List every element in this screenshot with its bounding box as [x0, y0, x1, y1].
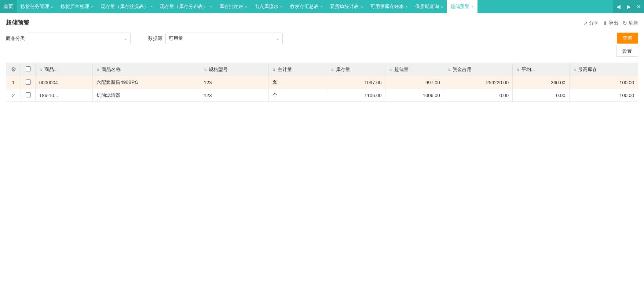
avg-cell: 260.00: [513, 76, 570, 89]
row-checkbox[interactable]: [26, 92, 31, 97]
col-spec[interactable]: ⇅ 规格型号: [200, 63, 268, 76]
nav-item-shoudafahuizongbiao[interactable]: 收发存汇总表 ×: [286, 0, 326, 13]
col-product-name[interactable]: ⇅ 商品名称: [93, 63, 200, 76]
page-content: 超储预警 ↗ 分享 ⬆ 导出 ↻ 刷新 商品分类 ⌄: [0, 13, 644, 293]
query-button[interactable]: 查询: [617, 33, 638, 44]
nav-item-chaochuyujing[interactable]: 超储预警 ×: [447, 0, 477, 13]
row-checkbox-cell: [21, 89, 36, 102]
col-avg[interactable]: ⇅ 平均...: [513, 63, 570, 76]
col-capital[interactable]: ⇅ 资金占用: [444, 63, 512, 76]
col-max-stock[interactable]: ⇅ 最高库存: [569, 63, 638, 76]
table-row: 2 186-10... 机油滤清器 123 个 1106.00 1006.00 …: [6, 89, 638, 102]
nav-close-icon[interactable]: ×: [441, 4, 443, 9]
nav-prev-button[interactable]: ◀: [613, 0, 623, 13]
filter-area: 商品分类 ⌄ 数据源 可用量 ⌄ 查询 设置: [6, 33, 638, 57]
sort-icon: ⇅: [96, 68, 99, 72]
filter-row: 商品分类 ⌄ 数据源 可用量 ⌄: [6, 33, 610, 44]
nav-next-button[interactable]: ▶: [623, 0, 634, 13]
nav-close-icon[interactable]: ×: [150, 4, 153, 9]
nav-close-icon[interactable]: ×: [406, 4, 408, 9]
spec-cell: 123: [200, 76, 268, 89]
overstock-cell: 997.00: [385, 76, 444, 89]
sort-icon: ⇅: [448, 68, 451, 72]
nav-item-yaohuo[interactable]: 要货单统计表 ×: [326, 0, 366, 13]
unit-cell: 套: [269, 76, 327, 89]
product-category-select[interactable]: ⌄: [28, 33, 131, 44]
col-checkbox-header: [21, 63, 36, 76]
sort-icon: ⇅: [39, 68, 42, 72]
col-unit[interactable]: ⇅ 主计量: [269, 63, 327, 76]
avg-cell: 0.00: [513, 89, 570, 102]
nav-item-home[interactable]: 首页: [0, 0, 17, 13]
nav-item-jianhuoyichang[interactable]: 拣货异常处理 ×: [57, 0, 97, 13]
sort-icon: ⇅: [204, 68, 207, 72]
nav-close-icon[interactable]: ×: [51, 4, 53, 9]
table-row: 1 0000004 六配套新昌490BPG 123 套 1097.00 997.…: [6, 76, 638, 89]
nav-close-icon[interactable]: ×: [245, 4, 247, 9]
share-icon: ↗: [583, 20, 588, 26]
export-icon: ⬆: [603, 20, 607, 26]
stock-cell: 1106.00: [327, 89, 385, 102]
sort-icon: ⇅: [573, 68, 576, 72]
share-button[interactable]: ↗ 分享: [583, 20, 599, 26]
stock-cell: 1097.00: [327, 76, 385, 89]
nav-close-icon[interactable]: ×: [91, 4, 93, 9]
export-button[interactable]: ⬆ 导出: [603, 20, 618, 26]
max-stock-cell: 100.00: [569, 76, 638, 89]
col-overstock[interactable]: ⇅ 超储量: [385, 63, 444, 76]
nav-close-icon[interactable]: ×: [361, 4, 363, 9]
table-header-row: ⚙ ⇅ 商品... ⇅ 商品名称 ⇅ 规格型号 ⇅: [6, 63, 638, 76]
sort-icon: ⇅: [331, 68, 334, 72]
refresh-button[interactable]: ↻ 刷新: [623, 20, 638, 26]
col-product-code[interactable]: ⇅ 商品...: [36, 63, 93, 76]
data-source-label: 数据源: [148, 35, 162, 42]
col-gear: ⚙: [6, 63, 21, 76]
data-table: ⚙ ⇅ 商品... ⇅ 商品名称 ⇅ 规格型号 ⇅: [6, 63, 638, 102]
sort-icon: ⇅: [516, 68, 519, 72]
settings-button[interactable]: 设置: [616, 46, 638, 57]
product-code-cell: 0000004: [36, 76, 93, 89]
chevron-down-icon: ⌄: [124, 36, 127, 41]
product-category-filter: 商品分类 ⌄: [6, 33, 131, 44]
page-title: 超储预警: [6, 19, 29, 27]
capital-cell: 259220.00: [444, 76, 512, 89]
chevron-down-icon: ⌄: [276, 36, 279, 41]
capital-cell: 0.00: [444, 89, 512, 102]
sort-icon: ⇅: [389, 68, 392, 72]
product-category-label: 商品分类: [6, 35, 25, 42]
row-number: 2: [6, 89, 21, 102]
row-checkbox-cell: [21, 76, 36, 89]
nav-close-all-button[interactable]: ✕: [634, 0, 644, 13]
nav-item-kucunpizhang[interactable]: 库存批次账 ×: [216, 0, 251, 13]
nav-close-icon[interactable]: ×: [209, 4, 212, 9]
unit-cell: 个: [269, 89, 327, 102]
top-navigation: 首页 拣货任务管理 × 拣货异常处理 × 现存量（库存状况表） × 现存量（库存…: [0, 0, 644, 13]
page-header: 超储预警 ↗ 分享 ⬆ 导出 ↻ 刷新: [6, 19, 638, 27]
spec-cell: 123: [200, 89, 268, 102]
gear-icon[interactable]: ⚙: [11, 66, 16, 73]
refresh-icon: ↻: [623, 20, 627, 26]
data-source-select[interactable]: 可用量 ⌄: [165, 33, 283, 44]
sort-icon: ⇅: [272, 68, 275, 72]
nav-close-icon[interactable]: ×: [321, 4, 323, 9]
nav-item-xiancunliang1[interactable]: 现存量（库存状况表） ×: [97, 0, 156, 13]
max-stock-cell: 100.00: [569, 89, 638, 102]
nav-close-icon[interactable]: ×: [280, 4, 282, 9]
select-all-checkbox[interactable]: [26, 66, 31, 71]
row-number: 1: [6, 76, 21, 89]
nav-item-baozhiqi[interactable]: 保质期查询 ×: [411, 0, 447, 13]
product-code-cell: 186-10...: [36, 89, 93, 102]
nav-item-keyongliang[interactable]: 可用量库存账本 ×: [367, 0, 411, 13]
nav-close-icon[interactable]: ×: [471, 4, 473, 9]
col-stock[interactable]: ⇅ 库存量: [327, 63, 385, 76]
product-name-cell: 六配套新昌490BPG: [93, 76, 200, 89]
overstock-cell: 1006.00: [385, 89, 444, 102]
nav-item-jianhuorenwu[interactable]: 拣货任务管理 ×: [17, 0, 57, 13]
row-checkbox[interactable]: [26, 79, 31, 85]
nav-item-churukuliushui[interactable]: 出入库流水 ×: [251, 0, 286, 13]
nav-arrows: ◀ ▶ ✕: [613, 0, 644, 13]
data-source-filter: 数据源 可用量 ⌄: [148, 33, 283, 44]
nav-item-xiancunliang2[interactable]: 现存量（库存分布表） ×: [156, 0, 215, 13]
product-name-cell: 机油滤清器: [93, 89, 200, 102]
filter-buttons: 查询 设置: [616, 33, 638, 57]
